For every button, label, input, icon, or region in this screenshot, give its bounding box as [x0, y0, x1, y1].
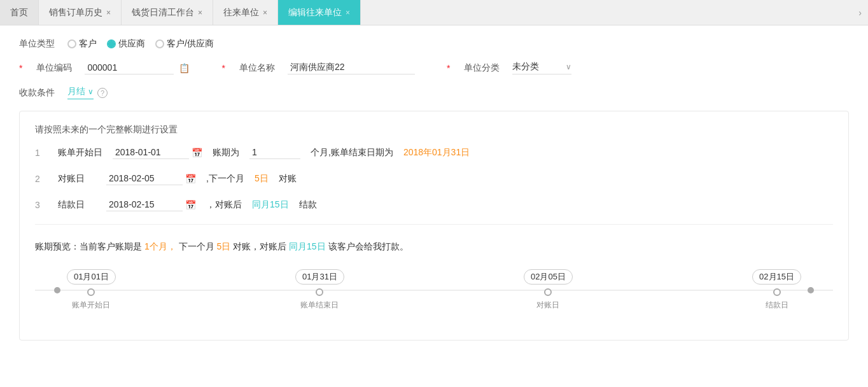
payment-condition-arrow: ∨ [88, 87, 94, 96]
tab-bar: 首页 销售订单历史 × 钱货日清工作台 × 往来单位 × 编辑往来单位 × › [0, 0, 868, 25]
radio-customer-label: 客户 [79, 38, 97, 50]
timeline-nodes: 01月01日 账单开始日 01月31日 账单结束日 02月05日 [54, 269, 814, 311]
payment-condition-label: 收款条件 [19, 87, 55, 99]
preview-label-prefix: 账期预览：当前客户账期是 [35, 241, 142, 251]
payment-date-input[interactable] [106, 198, 183, 211]
preview-pay-suffix: 该客户会给我打款。 [328, 241, 409, 251]
period-suffix: 个月,账单结束日期为 [311, 147, 393, 158]
reconcile-suffix-pre: ,下一个月 [206, 173, 244, 185]
tab-sales-history-close[interactable]: × [106, 8, 111, 17]
radio-both[interactable]: 客户/供应商 [155, 38, 214, 50]
row-num-2: 2 [35, 174, 48, 184]
preview-reconcile-highlight: 5日 [216, 241, 230, 251]
payment-date-calendar-icon[interactable]: 📅 [185, 200, 196, 210]
payment-condition-value: 月结 [67, 86, 85, 97]
settings-divider [35, 224, 833, 225]
timeline-right-dot [808, 287, 814, 293]
tab-cash-work-close[interactable]: × [198, 8, 202, 17]
node-4-circle [773, 288, 781, 296]
radio-supplier[interactable]: 供应商 [107, 38, 145, 50]
row-num-1: 1 [35, 148, 48, 158]
timeline-wrap: 01月01日 账单开始日 01月31日 账单结束日 02月05日 [35, 263, 833, 317]
timeline-node-2: 01月31日 账单结束日 [295, 269, 344, 311]
radio-both-circle [155, 39, 164, 48]
preview-pay-highlight: 同月15日 [289, 241, 326, 251]
unit-name-required: * [221, 63, 225, 73]
payment-suffix-pre: ，对账后 [206, 199, 242, 211]
payment-suffix-highlight: 同月15日 [252, 199, 289, 211]
tab-cash-work-label: 钱货日清工作台 [132, 7, 194, 18]
help-icon[interactable]: ? [97, 88, 108, 98]
tab-home-label: 首页 [10, 7, 28, 18]
node-3-circle [544, 288, 552, 296]
start-date-input[interactable] [113, 146, 189, 159]
preview-section: 账期预览：当前客户账期是 1个月， 下一个月 5日 对账，对账后 同月15日 该… [35, 231, 833, 327]
payment-date-wrap: 📅 [106, 198, 196, 211]
setting-row-2: 2 对账日 📅 ,下一个月 5日 对账 [35, 172, 833, 185]
payment-date-label: 结款日 [58, 199, 96, 211]
node-2-date: 01月31日 [295, 269, 344, 285]
settings-hint: 请按照未来的一个完整帐期进行设置 [35, 124, 833, 136]
radio-both-label: 客户/供应商 [167, 38, 214, 50]
unit-code-input[interactable] [85, 61, 174, 74]
payment-condition-wrap: 月结 ∨ ? [67, 86, 108, 99]
unit-info-row: * 单位编码 📋 * 单位名称 * 单位分类 未分类 ∨ [19, 61, 849, 74]
unit-classify-required: * [447, 63, 450, 73]
node-1-circle [87, 288, 95, 296]
radio-supplier-circle [107, 39, 116, 48]
unit-name-input[interactable] [288, 61, 415, 74]
reconcile-date-wrap: 📅 [106, 172, 196, 185]
reconcile-date-calendar-icon[interactable]: 📅 [185, 174, 196, 184]
unit-classify-label: 单位分类 [464, 62, 500, 74]
tab-partners-close[interactable]: × [263, 8, 267, 17]
unit-code-required: * [19, 63, 22, 73]
period-input[interactable] [249, 146, 300, 159]
node-1-desc: 账单开始日 [72, 300, 110, 311]
settings-box: 请按照未来的一个完整帐期进行设置 1 账单开始日 📅 账期为 个月,账单结束日期… [19, 111, 849, 341]
node-4-date: 02月15日 [752, 269, 801, 285]
unit-type-radio-group: 客户 供应商 客户/供应商 [67, 38, 214, 50]
preview-label: 账期预览：当前客户账期是 1个月， 下一个月 5日 对账，对账后 同月15日 该… [35, 241, 833, 253]
payment-condition-row: 收款条件 月结 ∨ ? [19, 86, 849, 99]
node-3-date: 02月05日 [524, 269, 573, 285]
payment-suffix-post: 结款 [299, 199, 317, 211]
timeline-node-3: 02月05日 对账日 [524, 269, 573, 311]
tab-more-button[interactable]: › [852, 0, 868, 25]
setting-row-1: 1 账单开始日 📅 账期为 个月,账单结束日期为 2018年01月31日 [35, 146, 833, 159]
row-num-3: 3 [35, 200, 48, 210]
tab-edit-partner[interactable]: 编辑往来单位 × [278, 0, 361, 25]
preview-reconcile-suffix: 对账，对账后 [233, 241, 286, 251]
setting-row-3: 3 结款日 📅 ，对账后 同月15日 结款 [35, 198, 833, 211]
payment-condition-select[interactable]: 月结 ∨ [67, 86, 94, 99]
unit-code-calendar-icon[interactable]: 📋 [179, 63, 190, 73]
timeline-node-1: 01月01日 账单开始日 [67, 269, 116, 311]
node-1-date: 01月01日 [67, 269, 116, 285]
preview-period-val: 1个月， [144, 241, 176, 251]
tab-sales-history-label: 销售订单历史 [49, 7, 102, 18]
tab-edit-partner-close[interactable]: × [346, 8, 350, 17]
unit-type-label: 单位类型 [19, 38, 55, 50]
start-date-calendar-icon[interactable]: 📅 [192, 148, 202, 158]
radio-customer[interactable]: 客户 [67, 38, 97, 50]
unit-type-row: 单位类型 客户 供应商 客户/供应商 [19, 38, 849, 50]
unit-name-label: 单位名称 [239, 62, 275, 74]
tab-partners-label: 往来单位 [223, 7, 259, 18]
timeline-node-4: 02月15日 结款日 [752, 269, 801, 311]
unit-classify-arrow: ∨ [566, 62, 571, 71]
node-4-desc: 结款日 [766, 300, 788, 311]
radio-supplier-label: 供应商 [118, 38, 145, 50]
unit-classify-select[interactable]: 未分类 ∨ [512, 61, 571, 74]
start-date-label: 账单开始日 [58, 147, 102, 158]
tab-cash-work[interactable]: 钱货日清工作台 × [122, 0, 213, 25]
period-prefix: 账期为 [213, 147, 239, 158]
preview-reconcile-prefix: 下一个月 [179, 241, 214, 251]
node-2-desc: 账单结束日 [300, 300, 339, 311]
radio-customer-circle [67, 39, 76, 48]
reconcile-date-input[interactable] [106, 172, 183, 185]
timeline-left-dot [54, 287, 60, 293]
start-date-wrap: 📅 [113, 146, 202, 159]
tab-sales-history[interactable]: 销售订单历史 × [39, 0, 122, 25]
unit-code-label: 单位编码 [36, 62, 72, 74]
tab-home[interactable]: 首页 [0, 0, 39, 25]
tab-partners[interactable]: 往来单位 × [213, 0, 278, 25]
